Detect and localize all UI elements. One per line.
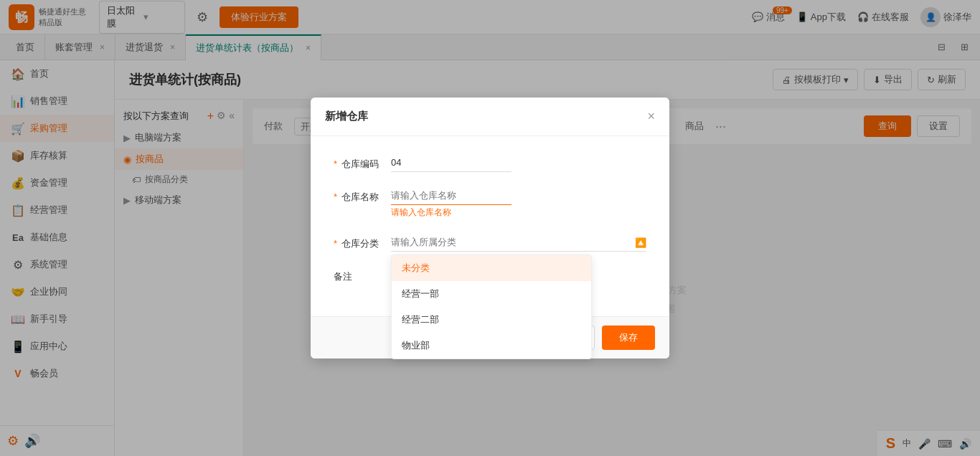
code-input[interactable]: [391, 153, 512, 172]
dropdown-item-dept1[interactable]: 经营一部: [392, 281, 591, 307]
dropdown-item-dept2[interactable]: 经营二部: [392, 307, 591, 333]
code-field-wrap: [391, 153, 646, 172]
name-field-wrap: 请输入仓库名称: [391, 186, 512, 219]
category-field-wrap: 🔼 未分类 经营一部 经营二部 物业部: [391, 233, 646, 252]
category-dropdown-arrow[interactable]: 🔼: [635, 237, 646, 248]
modal-body: * 仓库编码 * 仓库名称 请输入仓库名称: [311, 136, 669, 316]
modal-close-button[interactable]: ×: [647, 109, 655, 124]
code-label: * 仓库编码: [334, 153, 391, 171]
form-row-code: * 仓库编码: [334, 153, 646, 172]
modal-title: 新增仓库: [325, 110, 368, 123]
form-row-category: * 仓库分类 🔼 未分类 经营一部 经营二部 物业部: [334, 233, 646, 252]
save-button[interactable]: 保存: [602, 326, 655, 350]
modal-overlay: 新增仓库 × * 仓库编码 * 仓库名称: [0, 0, 980, 456]
name-input[interactable]: [391, 186, 512, 205]
category-dropdown-list: 未分类 经营一部 经营二部 物业部: [391, 255, 592, 359]
modal-new-warehouse: 新增仓库 × * 仓库编码 * 仓库名称: [311, 98, 669, 358]
note-label: 备注: [334, 266, 391, 283]
category-input[interactable]: [391, 233, 646, 252]
form-row-name: * 仓库名称 请输入仓库名称: [334, 186, 646, 219]
name-error-msg: 请输入仓库名称: [391, 206, 512, 219]
category-dropdown: 🔼 未分类 经营一部 经营二部 物业部: [391, 233, 646, 252]
dropdown-item-property[interactable]: 物业部: [392, 333, 591, 358]
modal-header: 新增仓库 ×: [311, 98, 669, 136]
dropdown-item-unclassified[interactable]: 未分类: [392, 255, 591, 281]
name-label: * 仓库名称: [334, 186, 391, 204]
category-label: * 仓库分类: [334, 233, 391, 250]
